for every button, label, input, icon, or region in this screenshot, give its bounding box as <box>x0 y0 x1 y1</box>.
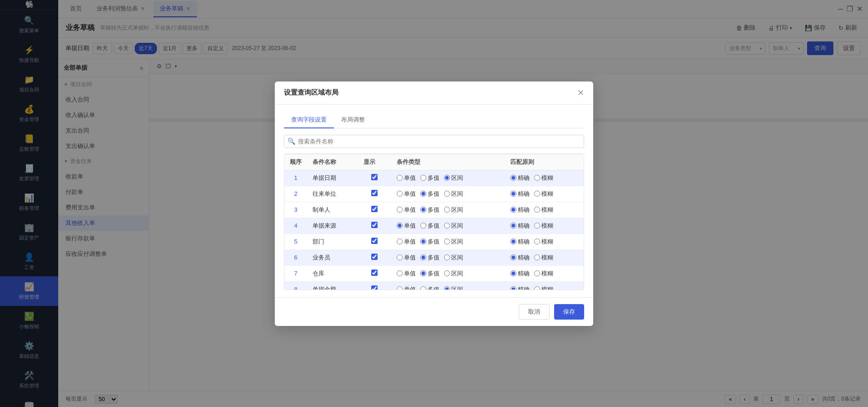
th-order: 顺序 <box>284 154 307 170</box>
show-checkbox-row6[interactable] <box>371 254 378 260</box>
modal-search-icon: 🔍 <box>288 137 295 145</box>
modal-title: 设置查询区域布局 <box>284 88 338 97</box>
match-radio-精确-row4[interactable]: 精确 <box>510 222 530 230</box>
match-radio-模糊-row8[interactable]: 模糊 <box>534 285 553 290</box>
type-radio-多值-row7[interactable]: 多值 <box>420 270 439 278</box>
match-radio-精确-row1[interactable]: 精确 <box>510 174 530 182</box>
name-cell: 单据金额 <box>307 281 358 290</box>
type-radio-单值-row7[interactable]: 单值 <box>397 270 416 278</box>
settings-modal: 设置查询区域布局 ✕ 查询字段设置 布局调整 🔍 <box>275 81 593 326</box>
table-row: 6 业务员 单值 多值 区间 精确 模糊 <box>284 249 584 265</box>
order-cell: 1 <box>284 170 307 186</box>
modal-footer: 取消 保存 <box>275 297 593 326</box>
match-radio-精确-row8[interactable]: 精确 <box>510 285 530 290</box>
show-checkbox-row5[interactable] <box>371 238 378 244</box>
name-cell: 部门 <box>307 234 358 249</box>
match-cell: 精确 模糊 <box>505 218 584 234</box>
match-cell: 精确 模糊 <box>505 234 584 249</box>
show-cell[interactable] <box>358 170 391 186</box>
name-cell: 仓库 <box>307 265 358 281</box>
show-cell[interactable] <box>358 218 391 234</box>
show-checkbox-row3[interactable] <box>371 206 378 212</box>
type-radio-区间-row1[interactable]: 区间 <box>444 174 463 182</box>
type-radio-区间-row8[interactable]: 区间 <box>444 285 463 290</box>
show-cell[interactable] <box>358 249 391 265</box>
show-checkbox-row8[interactable] <box>371 285 378 290</box>
modal-search-container: 🔍 <box>284 135 584 148</box>
match-radio-精确-row2[interactable]: 精确 <box>510 190 530 198</box>
table-row: 4 单据来源 单值 多值 区间 精确 模糊 <box>284 218 584 234</box>
type-radio-区间-row5[interactable]: 区间 <box>444 238 463 246</box>
match-radio-模糊-row2[interactable]: 模糊 <box>534 190 553 198</box>
save-button[interactable]: 保存 <box>554 304 584 320</box>
type-radio-单值-row5[interactable]: 单值 <box>397 238 416 246</box>
match-cell: 精确 模糊 <box>505 186 584 202</box>
show-cell[interactable] <box>358 281 391 290</box>
type-radio-多值-row1[interactable]: 多值 <box>420 174 439 182</box>
type-radio-单值-row1[interactable]: 单值 <box>397 174 416 182</box>
type-radio-单值-row2[interactable]: 单值 <box>397 190 416 198</box>
modal-body: 查询字段设置 布局调整 🔍 顺序 条件名称 显示 <box>275 105 593 297</box>
type-radio-区间-row4[interactable]: 区间 <box>444 222 463 230</box>
type-radio-单值-row8[interactable]: 单值 <box>397 285 416 290</box>
type-radio-多值-row3[interactable]: 多值 <box>420 206 439 214</box>
type-radio-多值-row5[interactable]: 多值 <box>420 238 439 246</box>
order-cell: 8 <box>284 281 307 290</box>
match-radio-模糊-row6[interactable]: 模糊 <box>534 254 553 262</box>
type-radio-多值-row6[interactable]: 多值 <box>420 254 439 262</box>
modal-close-btn[interactable]: ✕ <box>577 88 584 98</box>
match-radio-模糊-row7[interactable]: 模糊 <box>534 270 553 278</box>
show-cell[interactable] <box>358 234 391 249</box>
type-radio-区间-row7[interactable]: 区间 <box>444 270 463 278</box>
order-cell: 6 <box>284 249 307 265</box>
show-cell[interactable] <box>358 265 391 281</box>
show-checkbox-row1[interactable] <box>371 174 378 180</box>
settings-table: 顺序 条件名称 显示 条件类型 匹配原则 1 单据日期 单值 多值 <box>284 154 584 290</box>
match-cell: 精确 模糊 <box>505 265 584 281</box>
match-radio-模糊-row5[interactable]: 模糊 <box>534 238 553 246</box>
match-radio-精确-row3[interactable]: 精确 <box>510 206 530 214</box>
modal-tabs: 查询字段设置 布局调整 <box>284 112 584 128</box>
type-cell: 单值 多值 区间 <box>391 170 505 186</box>
match-radio-模糊-row3[interactable]: 模糊 <box>534 206 553 214</box>
type-radio-区间-row3[interactable]: 区间 <box>444 206 463 214</box>
name-cell: 往来单位 <box>307 186 358 202</box>
th-type: 条件类型 <box>391 154 505 170</box>
type-radio-单值-row4[interactable]: 单值 <box>397 222 416 230</box>
match-radio-精确-row7[interactable]: 精确 <box>510 270 530 278</box>
type-radio-多值-row8[interactable]: 多值 <box>420 285 439 290</box>
show-cell[interactable] <box>358 202 391 218</box>
tab-layout[interactable]: 布局调整 <box>334 112 372 128</box>
type-cell: 单值 多值 区间 <box>391 186 505 202</box>
type-radio-区间-row6[interactable]: 区间 <box>444 254 463 262</box>
show-checkbox-row7[interactable] <box>371 270 378 276</box>
table-row: 7 仓库 单值 多值 区间 精确 模糊 <box>284 265 584 281</box>
modal-search-input[interactable] <box>284 135 584 148</box>
type-radio-多值-row2[interactable]: 多值 <box>420 190 439 198</box>
type-radio-多值-row4[interactable]: 多值 <box>420 222 439 230</box>
table-row: 2 往来单位 单值 多值 区间 精确 模糊 <box>284 186 584 202</box>
show-checkbox-row2[interactable] <box>371 190 378 196</box>
table-row: 8 单据金额 单值 多值 区间 精确 模糊 <box>284 281 584 290</box>
match-cell: 精确 模糊 <box>505 249 584 265</box>
show-checkbox-row4[interactable] <box>371 222 378 228</box>
tab-query-fields[interactable]: 查询字段设置 <box>284 112 334 128</box>
type-cell: 单值 多值 区间 <box>391 249 505 265</box>
modal-overlay: 设置查询区域布局 ✕ 查询字段设置 布局调整 🔍 <box>0 0 868 407</box>
type-radio-区间-row2[interactable]: 区间 <box>444 190 463 198</box>
name-cell: 单据日期 <box>307 170 358 186</box>
name-cell: 制单人 <box>307 202 358 218</box>
modal-header: 设置查询区域布局 ✕ <box>275 81 593 105</box>
match-radio-精确-row5[interactable]: 精确 <box>510 238 530 246</box>
match-radio-模糊-row4[interactable]: 模糊 <box>534 222 553 230</box>
show-cell[interactable] <box>358 186 391 202</box>
match-radio-模糊-row1[interactable]: 模糊 <box>534 174 553 182</box>
settings-table-container[interactable]: 顺序 条件名称 显示 条件类型 匹配原则 1 单据日期 单值 多值 <box>284 153 584 290</box>
type-radio-单值-row6[interactable]: 单值 <box>397 254 416 262</box>
match-radio-精确-row6[interactable]: 精确 <box>510 254 530 262</box>
type-radio-单值-row3[interactable]: 单值 <box>397 206 416 214</box>
cancel-button[interactable]: 取消 <box>519 304 550 320</box>
type-cell: 单值 多值 区间 <box>391 218 505 234</box>
type-cell: 单值 多值 区间 <box>391 202 505 218</box>
match-cell: 精确 模糊 <box>505 170 584 186</box>
